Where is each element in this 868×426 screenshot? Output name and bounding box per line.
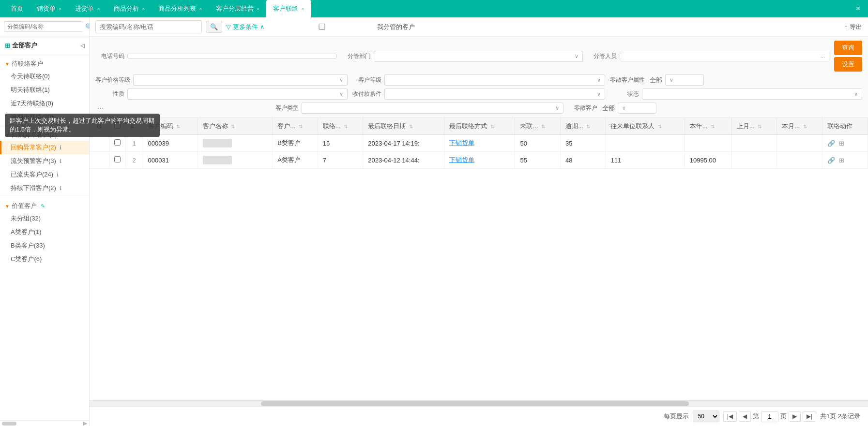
col-overdue[interactable]: 逾期... ⇅ <box>560 118 605 135</box>
sidebar-item-repurchase-abnormal-active[interactable]: 回购异常客户(2) ℹ <box>0 141 89 154</box>
nav-sales-order[interactable]: 销货单 × <box>30 0 68 17</box>
row-method-1[interactable]: 下销货单 <box>444 135 515 152</box>
row-checkbox-2[interactable] <box>109 152 125 169</box>
gender-select[interactable]: ∨ <box>127 88 348 100</box>
close-sales-order-icon[interactable]: × <box>59 6 61 12</box>
retail-customer-select[interactable]: ∨ <box>618 103 656 114</box>
nav-customer-segments[interactable]: 客户分层经营 × <box>209 0 266 17</box>
scroll-thumb[interactable] <box>261 401 689 406</box>
page-number-input[interactable] <box>761 411 778 422</box>
nav-customer-contact[interactable]: 客户联络 × <box>266 0 311 17</box>
link-icon-1[interactable]: 🔗 <box>827 140 835 147</box>
query-button[interactable]: 查询 <box>834 41 862 55</box>
manager-select[interactable]: ... <box>620 51 829 61</box>
row-this-month-2 <box>777 152 822 169</box>
col-last-contact-date[interactable]: 最后联络日期 ⇅ <box>363 118 444 135</box>
group-value-customers[interactable]: ▼ 价值客户 ✎ <box>0 199 89 212</box>
my-customers-checkbox[interactable]: 我分管的客户 <box>269 23 415 31</box>
nav-product-analysis-list[interactable]: 商品分析列表 × <box>152 0 209 17</box>
close-product-analysis-icon[interactable]: × <box>142 6 145 12</box>
page-navigation: |◀ ◀ 第 页 ▶ ▶| <box>723 411 816 422</box>
status-select[interactable]: ∨ <box>642 88 862 100</box>
customer-level-select[interactable]: ∨ <box>133 74 348 86</box>
col-unreached[interactable]: 未联... ⇅ <box>515 118 560 135</box>
sidebar-all-customers[interactable]: ⊞ 全部客户 ◁ <box>0 38 89 53</box>
row-last-month-2 <box>731 152 777 169</box>
col-customer-name[interactable]: 客户名称 ⇅ <box>198 118 273 135</box>
close-purchase-order-icon[interactable]: × <box>97 6 100 12</box>
customer-type-select[interactable]: ∨ <box>302 103 563 114</box>
row-overdue-1: 35 <box>560 135 605 152</box>
manager-label: 分管人员 <box>588 52 617 60</box>
row-checkbox-1[interactable] <box>109 135 125 152</box>
col-last-month[interactable]: 上月... ⇅ <box>731 118 777 135</box>
col-customer-type[interactable]: 客户... ⇅ <box>273 118 318 135</box>
horizontal-scrollbar[interactable] <box>90 400 868 406</box>
customer-type-chevron: ∨ <box>555 105 559 111</box>
sidebar-search-input[interactable] <box>4 21 83 32</box>
sidebar-item-lost[interactable]: 已流失客户(24) ℹ <box>0 168 89 181</box>
top-nav: 首页 销货单 × 进货单 × 商品分析 × 商品分析列表 × 客户分层经营 × … <box>0 0 868 17</box>
group-pending-contact[interactable]: ▼ 待联络客户 <box>0 57 89 70</box>
grid-icon-1[interactable]: ⊞ <box>839 140 844 147</box>
search-input[interactable] <box>95 20 202 33</box>
row-method-2[interactable]: 下销货单 <box>444 152 515 169</box>
grid-icon-2[interactable]: ⊞ <box>839 157 844 164</box>
filter-bar: 🔍 ▽ 更多条件 ∧ 我分管的客户 ↑ 导出 <box>90 17 868 37</box>
sidebar-arrow-right[interactable]: ▶ <box>83 420 87 426</box>
link-icon-2[interactable]: 🔗 <box>827 157 835 164</box>
my-customers-check[interactable] <box>269 24 375 30</box>
retail-attr-select[interactable]: ∨ <box>665 74 704 86</box>
row-1-checkbox[interactable] <box>114 139 121 146</box>
sidebar-item-tomorrow[interactable]: 明天待联络(1) <box>0 83 89 97</box>
close-product-analysis-list-icon[interactable]: × <box>199 6 202 12</box>
sidebar-item-class-c[interactable]: C类客户(6) <box>0 252 89 266</box>
settings-button[interactable]: 设置 <box>834 57 862 72</box>
customer-level-label: 客户价格等级 <box>95 76 130 84</box>
sidebar-item-loss-warning[interactable]: 流失预警客户(3) ℹ <box>0 154 89 168</box>
search-button[interactable]: 🔍 <box>206 21 222 33</box>
row-contacts-1 <box>606 135 685 152</box>
sidebar-item-unclassified[interactable]: 未分组(32) <box>0 212 89 225</box>
close-all-tabs[interactable]: × <box>852 4 864 13</box>
dept-select[interactable]: ∨ <box>374 51 583 62</box>
sidebar-item-7days[interactable]: 近7天待联络(0) <box>0 97 89 110</box>
col-this-month[interactable]: 本月... ⇅ <box>777 118 822 135</box>
nav-product-analysis[interactable]: 商品分析 × <box>107 0 152 17</box>
more-conditions-toggle[interactable]: ▽ 更多条件 ∧ <box>226 23 265 31</box>
sidebar-collapse-btn[interactable]: ◁ <box>80 43 84 49</box>
edit-icon[interactable]: ✎ <box>41 203 45 209</box>
sort-icon-type: ⇅ <box>299 124 303 129</box>
first-page-btn[interactable]: |◀ <box>723 411 737 422</box>
col-this-year[interactable]: 本年... ⇅ <box>685 118 731 135</box>
customer-grade-select[interactable]: ∨ <box>384 74 605 86</box>
row-settings-2 <box>90 152 109 169</box>
prev-page-btn[interactable]: ◀ <box>739 411 751 422</box>
info-icon-3: ℹ <box>57 172 59 177</box>
sidebar-item-class-b[interactable]: B类客户(33) <box>0 239 89 252</box>
col-contact[interactable]: 联络... ⇅ <box>318 118 363 135</box>
row-2-checkbox[interactable] <box>114 156 121 162</box>
row-unreached-2: 55 <box>515 152 560 169</box>
nav-purchase-order[interactable]: 进货单 × <box>68 0 107 17</box>
sidebar-item-class-a[interactable]: A类客户(1) <box>0 225 89 239</box>
content-area: 🔍 ▽ 更多条件 ∧ 我分管的客户 ↑ 导出 电话号码 <box>90 17 868 426</box>
row-year-1 <box>685 135 731 152</box>
filter-dots[interactable]: ··· <box>95 104 106 113</box>
sidebar-item-today[interactable]: 今天待联络(0) <box>0 70 89 83</box>
close-customer-contact-icon[interactable]: × <box>301 6 304 12</box>
last-page-btn[interactable]: ▶| <box>803 411 816 422</box>
export-button[interactable]: ↑ 导出 <box>845 23 863 31</box>
nav-home[interactable]: 首页 <box>4 0 30 17</box>
sidebar-item-declining[interactable]: 持续下滑客户(2) ℹ <box>0 181 89 195</box>
close-customer-segments-icon[interactable]: × <box>257 6 259 12</box>
col-last-contact-method[interactable]: 最后联络方式 ⇅ <box>444 118 515 135</box>
retail-attr-label: 零散客户属性 <box>610 76 645 84</box>
payment-select[interactable]: ∨ <box>384 88 605 100</box>
per-page-select[interactable]: 50 20 100 <box>693 411 719 422</box>
col-contacts-person[interactable]: 往来单位联系人 ⇅ <box>606 118 685 135</box>
phone-input[interactable] <box>127 54 337 59</box>
sidebar-scrollbar[interactable]: ▶ <box>0 420 89 426</box>
next-page-btn[interactable]: ▶ <box>789 411 801 422</box>
customer-type-label: 客户类型 <box>270 104 299 112</box>
